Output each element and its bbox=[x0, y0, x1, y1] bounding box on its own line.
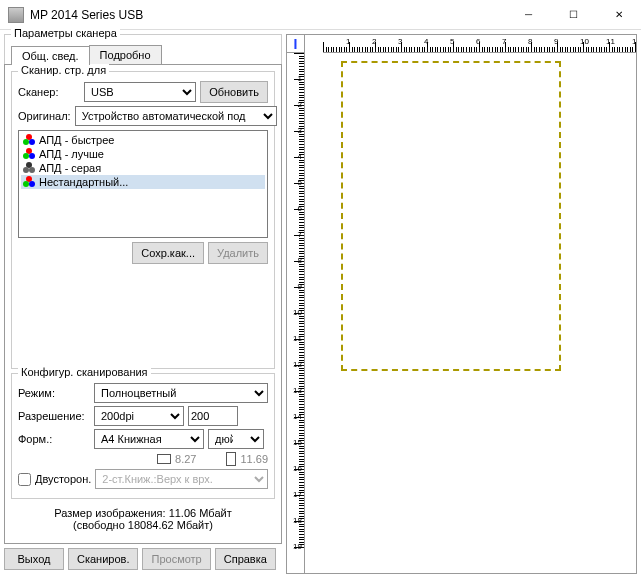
help-button[interactable]: Справка bbox=[215, 548, 276, 570]
preset-label: Нестандартный... bbox=[39, 176, 128, 188]
refresh-button[interactable]: Обновить bbox=[200, 81, 268, 103]
height-value: 11.69 bbox=[240, 453, 268, 465]
preset-list[interactable]: АПД - быстрееАПД - лучшеАПД - сераяНеста… bbox=[18, 130, 268, 238]
preset-item[interactable]: Нестандартный... bbox=[21, 175, 265, 189]
duplex-select: 2-ст.Книж.:Верх к врх. bbox=[95, 469, 268, 489]
save-as-button[interactable]: Сохр.как... bbox=[132, 242, 204, 264]
exit-button[interactable]: Выход bbox=[4, 548, 64, 570]
width-value: 8.27 bbox=[175, 453, 196, 465]
minimize-button[interactable]: ─ bbox=[506, 0, 551, 30]
width-icon bbox=[157, 454, 171, 464]
color-icon bbox=[23, 176, 35, 188]
color-icon bbox=[23, 134, 35, 146]
scan-config-title: Конфигур. сканирования bbox=[18, 366, 151, 378]
selection-rect[interactable] bbox=[341, 61, 561, 371]
text-cursor-icon: I bbox=[294, 36, 298, 52]
scanner-params-title: Параметры сканера bbox=[11, 27, 120, 39]
maximize-button[interactable]: ☐ bbox=[551, 0, 596, 30]
mode-select[interactable]: Полноцветный bbox=[94, 383, 268, 403]
scanner-label: Сканер: bbox=[18, 86, 80, 98]
color-icon bbox=[23, 162, 35, 174]
app-icon bbox=[8, 7, 24, 23]
unit-select[interactable]: дюйм bbox=[208, 429, 264, 449]
resolution-input[interactable] bbox=[188, 406, 238, 426]
mode-label: Режим: bbox=[18, 387, 90, 399]
close-button[interactable]: ✕ bbox=[596, 0, 641, 30]
image-size-info: Размер изображения: 11.06 Мбайт (свободн… bbox=[11, 507, 275, 531]
color-icon bbox=[23, 148, 35, 160]
duplex-label: Двусторон. bbox=[35, 473, 91, 485]
resolution-select[interactable]: 200dpi bbox=[94, 406, 184, 426]
preset-label: АПД - серая bbox=[39, 162, 101, 174]
preview-panel: I 123456789101112 1234567891011121314151… bbox=[286, 34, 637, 574]
scanner-select[interactable]: USB bbox=[84, 82, 196, 102]
scan-page-title: Сканир. стр. для bbox=[18, 64, 109, 76]
tab-content: Сканир. стр. для Сканер: USB Обновить Ор… bbox=[4, 64, 282, 544]
preset-item[interactable]: АПД - лучше bbox=[21, 147, 265, 161]
scan-config-group: Конфигур. сканирования Режим: Полноцветн… bbox=[11, 373, 275, 499]
titlebar: MP 2014 Series USB ─ ☐ ✕ bbox=[0, 0, 641, 30]
preset-item[interactable]: АПД - серая bbox=[21, 161, 265, 175]
preset-item[interactable]: АПД - быстрее bbox=[21, 133, 265, 147]
scan-page-group: Сканир. стр. для Сканер: USB Обновить Ор… bbox=[11, 71, 275, 369]
tab-general[interactable]: Общ. свед. bbox=[11, 46, 90, 65]
format-select[interactable]: A4 Книжная bbox=[94, 429, 204, 449]
delete-button[interactable]: Удалить bbox=[208, 242, 268, 264]
preview-canvas[interactable] bbox=[305, 53, 636, 573]
preset-label: АПД - лучше bbox=[39, 148, 104, 160]
preview-button[interactable]: Просмотр bbox=[142, 548, 210, 570]
height-icon bbox=[226, 452, 236, 466]
scan-button[interactable]: Сканиров. bbox=[68, 548, 138, 570]
tab-detail[interactable]: Подробно bbox=[89, 45, 162, 64]
window-title: MP 2014 Series USB bbox=[30, 8, 506, 22]
bottom-buttons: Выход Сканиров. Просмотр Справка bbox=[4, 544, 282, 574]
resolution-label: Разрешение: bbox=[18, 410, 90, 422]
ruler-vertical: 12345678910111213141516171819 bbox=[287, 53, 305, 573]
original-label: Оригинал: bbox=[18, 110, 71, 122]
ruler-horizontal: 123456789101112 bbox=[323, 35, 636, 53]
format-label: Форм.: bbox=[18, 433, 90, 445]
preset-label: АПД - быстрее bbox=[39, 134, 114, 146]
original-select[interactable]: Устройство автоматической под bbox=[75, 106, 277, 126]
scanner-params-group: Параметры сканера Общ. свед. Подробно bbox=[4, 34, 282, 64]
duplex-checkbox[interactable] bbox=[18, 473, 31, 486]
